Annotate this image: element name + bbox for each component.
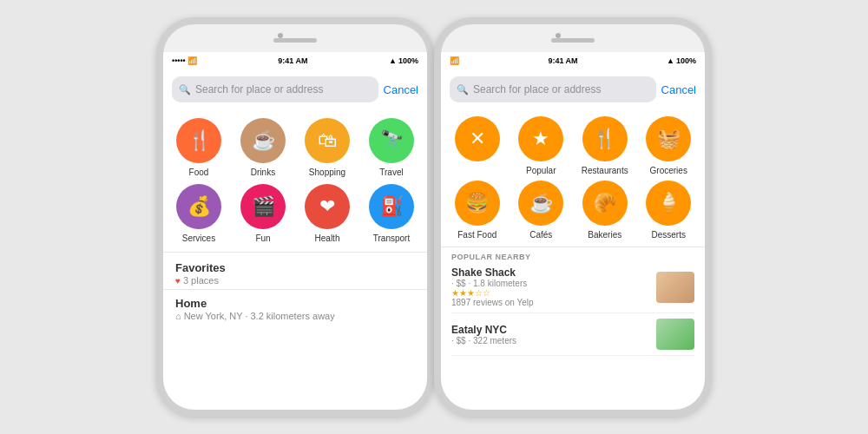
category-label-cafes: Cafés [529,230,552,240]
category-label-restaurants: Restaurants [582,166,628,175]
close-circle: ✕ [455,116,500,161]
category-label-food: Food [189,168,209,177]
category-label-shopping: Shopping [309,168,345,177]
category-close[interactable]: ✕ [448,116,507,175]
home-section[interactable]: Home ⌂ New York, NY · 3.2 kilometers awa… [163,289,427,325]
search-icon-1: 🔍 [179,84,191,95]
phone-1: ••••• 📶 9:41 AM ▲ 100% 🔍 Search for plac… [156,17,434,417]
home-pin-icon: ⌂ [175,311,181,321]
category-circle-travel: 🔭 [369,118,414,163]
category-drinks[interactable]: ☕ Drinks [234,118,292,177]
category-circle-bakeries: 🥐 [582,181,628,226]
battery-2: 100% [676,56,696,65]
category-label-health: Health [315,233,340,243]
signal-status-1: ••••• [172,56,186,65]
search-bar-2[interactable]: 🔍 Search for place or address [450,76,656,102]
category-travel[interactable]: 🔭 Travel [363,118,420,177]
nearby-item-2[interactable]: Eataly NYC · $$ · 322 meters [451,313,694,356]
nearby-label: POPULAR NEARBY [451,253,694,261]
favorites-title: Favorites [175,261,415,274]
category-circle-fastfood: 🍔 [455,181,500,226]
search-row-2: 🔍 Search for place or address Cancel [441,69,705,109]
category-restaurants[interactable]: 🍴 Restaurants [575,116,635,175]
wifi-icon-2: 📶 [450,56,459,65]
category-bakeries[interactable]: 🥐 Bakeries [575,181,635,240]
nearby-detail-2: · $$ · 322 meters [451,336,649,345]
status-left-1: ••••• 📶 [172,56,197,65]
wifi-icon-1: 📶 [187,56,197,65]
category-desserts[interactable]: 🍦 Desserts [640,181,699,240]
arrow-icon-2: ▲ [667,56,674,65]
screen-2: 📶 9:41 AM ▲ 100% 🔍 Search for place or a… [441,52,705,410]
nearby-detail-1: · $$ · 1.8 kilometers [451,279,649,288]
food-categories-grid: ✕ ★ Popular 🍴 Restaurants 🧺 Groceries [441,109,705,247]
category-circle-transport: ⛽ [369,184,414,229]
category-circle-groceries: 🧺 [646,116,691,161]
category-groceries[interactable]: 🧺 Groceries [640,116,699,175]
nearby-reviews-1: 1897 reviews on Yelp [451,298,649,307]
category-label-fun: Fun [255,233,270,243]
speaker-2 [551,38,595,43]
category-circle-health: ❤ [305,184,350,229]
front-camera-2 [556,33,561,38]
category-popular[interactable]: ★ Popular [512,116,571,175]
nearby-stars-1: ★★★☆☆ [451,288,649,298]
category-cafes[interactable]: ☕ Cafés [512,181,571,240]
home-sub: ⌂ New York, NY · 3.2 kilometers away [175,311,415,321]
favorites-sub: ♥ 3 places [175,275,415,286]
category-circle-restaurants: 🍴 [582,116,628,161]
nearby-name-1: Shake Shack [451,266,649,279]
nearby-img-2 [656,319,694,350]
category-circle-services: 💰 [176,184,221,229]
category-circle-desserts: 🍦 [646,181,691,226]
category-label-bakeries: Bakeries [588,230,621,240]
phone-hardware-top-1 [163,24,427,52]
favorites-section[interactable]: Favorites ♥ 3 places [163,252,427,289]
status-bar-2: 📶 9:41 AM ▲ 100% [441,52,705,69]
battery-1: 100% [398,56,418,65]
search-bar-1[interactable]: 🔍 Search for place or address [172,76,378,102]
status-right-2: ▲ 100% [667,56,696,65]
category-services[interactable]: 💰 Services [170,184,227,243]
category-label-services: Services [182,233,215,243]
time-2: 9:41 AM [548,56,577,65]
search-placeholder-1: Search for place or address [195,83,323,95]
screen-1: ••••• 📶 9:41 AM ▲ 100% 🔍 Search for plac… [163,52,427,410]
heart-icon: ♥ [175,276,181,286]
category-label-groceries: Groceries [650,166,687,175]
nearby-info-2: Eataly NYC · $$ · 322 meters [451,324,649,345]
status-right-1: ▲ 100% [389,56,418,65]
category-circle-shopping: 🛍 [305,118,350,163]
phone-hardware-top-2 [441,24,705,52]
category-health[interactable]: ❤ Health [299,184,356,243]
nearby-section: POPULAR NEARBY Shake Shack · $$ · 1.8 ki… [441,247,705,358]
category-circle-fun: 🎬 [240,184,286,229]
search-row-1: 🔍 Search for place or address Cancel [163,69,427,109]
cancel-button-2[interactable]: Cancel [661,83,696,96]
category-label-transport: Transport [373,233,410,243]
status-bar-1: ••••• 📶 9:41 AM ▲ 100% [163,52,427,69]
category-fun[interactable]: 🎬 Fun [234,184,292,243]
category-circle-drinks: ☕ [240,118,286,163]
favorites-count: 3 places [183,275,219,286]
category-label-desserts: Desserts [652,230,686,240]
category-label-fastfood: Fast Food [457,230,496,240]
category-food[interactable]: 🍴 Food [170,118,227,177]
speaker-1 [273,38,317,43]
cancel-button-1[interactable]: Cancel [384,83,418,96]
nearby-img-1 [656,272,694,303]
category-circle-cafes: ☕ [518,181,563,226]
category-transport[interactable]: ⛽ Transport [363,184,420,243]
categories-grid-1: 🍴 Food ☕ Drinks 🛍 Shopping 🔭 Travel [163,109,427,252]
front-camera-1 [278,33,283,38]
category-fastfood[interactable]: 🍔 Fast Food [448,181,507,240]
nearby-info-1: Shake Shack · $$ · 1.8 kilometers ★★★☆☆ … [451,266,649,307]
phone-2: 📶 9:41 AM ▲ 100% 🔍 Search for place or a… [434,17,712,417]
phones-container: ••••• 📶 9:41 AM ▲ 100% 🔍 Search for plac… [156,17,712,417]
category-shopping[interactable]: 🛍 Shopping [299,118,356,177]
category-label-drinks: Drinks [251,168,275,177]
nearby-name-2: Eataly NYC [451,324,649,336]
nearby-item-1[interactable]: Shake Shack · $$ · 1.8 kilometers ★★★☆☆ … [451,261,694,313]
home-title: Home [175,297,415,310]
category-label-popular: Popular [526,166,556,175]
